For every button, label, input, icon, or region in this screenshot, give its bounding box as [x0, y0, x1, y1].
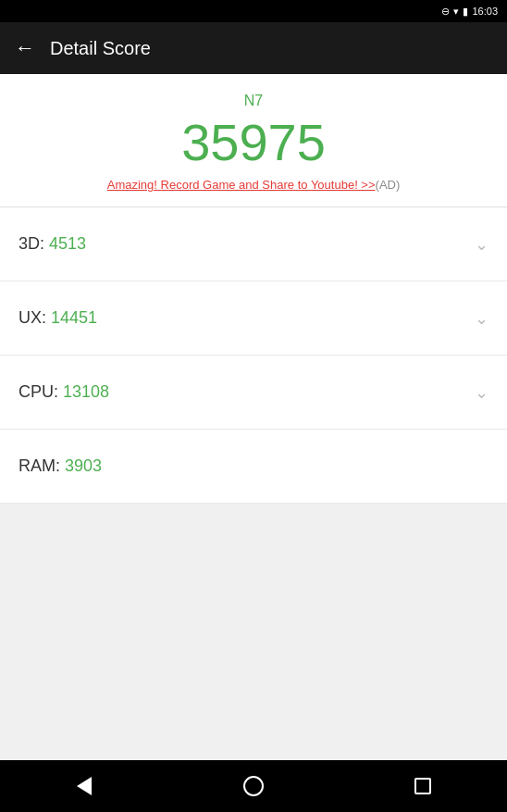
- device-name: N7: [244, 93, 263, 109]
- bottom-nav: [0, 760, 507, 812]
- score-label-ram: RAM: 3903: [19, 456, 102, 476]
- top-bar: ← Detail Score: [0, 22, 507, 74]
- score-item-ux-right: ⌄: [475, 308, 488, 329]
- chevron-down-icon-cpu: ⌄: [475, 382, 488, 403]
- battery-icon: ▮: [463, 6, 468, 18]
- nav-recents-button[interactable]: [395, 768, 451, 805]
- score-value-ux: 14451: [51, 308, 97, 327]
- score-list: 3D: 4513 ⌄ UX: 14451 ⌄ CPU: 13108 ⌄: [0, 207, 507, 760]
- score-item-3d-right: ⌄: [475, 234, 488, 255]
- score-item-cpu[interactable]: CPU: 13108 ⌄: [0, 356, 507, 430]
- do-not-disturb-icon: ⊖: [441, 6, 450, 18]
- page-title: Detail Score: [50, 38, 151, 59]
- score-label-cpu: CPU: 13108: [19, 382, 109, 402]
- score-item-ux[interactable]: UX: 14451 ⌄: [0, 281, 507, 356]
- back-triangle-icon: [77, 777, 92, 795]
- empty-section: [0, 504, 507, 760]
- home-circle-icon: [243, 776, 264, 796]
- nav-home-button[interactable]: [226, 768, 281, 805]
- ad-banner[interactable]: Amazing! Record Game and Share to Youtub…: [107, 178, 401, 192]
- score-label-ux: UX: 14451: [19, 308, 97, 328]
- nav-back-button[interactable]: [56, 768, 112, 805]
- ad-label: (AD): [376, 178, 401, 192]
- score-value-cpu: 13108: [63, 382, 109, 401]
- score-header: N7 35975 Amazing! Record Game and Share …: [0, 74, 507, 207]
- main-content: N7 35975 Amazing! Record Game and Share …: [0, 74, 507, 760]
- score-label-3d: 3D: 4513: [19, 234, 86, 254]
- ad-link-text[interactable]: Amazing! Record Game and Share to Youtub…: [107, 178, 376, 192]
- status-bar: ⊖ ▾ ▮ 16:03: [0, 0, 507, 22]
- status-bar-icons: ⊖ ▾ ▮ 16:03: [441, 6, 498, 18]
- wifi-icon: ▾: [453, 6, 459, 18]
- score-value-3d: 4513: [49, 234, 86, 253]
- score-item-cpu-right: ⌄: [475, 382, 488, 403]
- total-score: 35975: [181, 117, 326, 169]
- score-item-ram[interactable]: RAM: 3903: [0, 430, 507, 504]
- score-item-3d[interactable]: 3D: 4513 ⌄: [0, 207, 507, 281]
- chevron-down-icon-3d: ⌄: [475, 234, 488, 255]
- recents-square-icon: [414, 778, 431, 794]
- clock: 16:03: [472, 6, 498, 17]
- back-button[interactable]: ←: [15, 38, 35, 58]
- score-value-ram: 3903: [65, 456, 102, 475]
- chevron-down-icon-ux: ⌄: [475, 308, 488, 329]
